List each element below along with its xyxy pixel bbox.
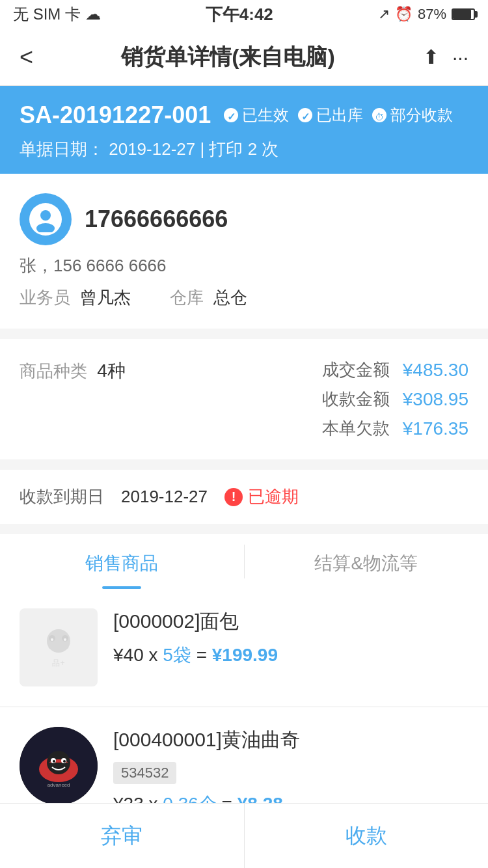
customer-name-detail: 张，156 6666 6666: [20, 254, 468, 277]
status-left: 无 SIM 卡 ☁: [13, 4, 101, 25]
due-amount-row: 本单欠款 ¥176.35: [322, 417, 468, 440]
product-type-stat: 商品种类 4种: [20, 359, 126, 383]
product-info-1: [0000002]面包 ¥40 x 5袋 = ¥199.99: [113, 608, 468, 668]
svg-point-13: [53, 760, 55, 763]
confirm-button[interactable]: 收款: [245, 804, 489, 868]
svg-point-14: [63, 760, 66, 763]
product-total-1: ¥199.99: [212, 645, 278, 665]
svg-point-1: [36, 223, 55, 232]
overdue-badge: ! 已逾期: [224, 485, 299, 508]
tab-settlement[interactable]: 结算&物流等: [245, 534, 489, 589]
amount-stats: 成交金额 ¥485.30 收款金额 ¥308.95 本单欠款 ¥176.35: [322, 359, 468, 440]
avatar-icon: [29, 203, 62, 236]
product-image-2: advanced: [20, 727, 98, 805]
product-thumb-1: 品+: [20, 608, 98, 686]
shipped-icon: [298, 108, 312, 122]
product-unit-price-1: ¥40: [113, 645, 144, 665]
more-icon[interactable]: ···: [452, 46, 468, 68]
received-amount-row: 收款金额 ¥308.95: [322, 388, 468, 411]
cancel-button[interactable]: 弃审: [0, 804, 245, 868]
customer-meta: 业务员 曾凡杰 仓库 总仓: [20, 286, 468, 309]
back-button[interactable]: <: [20, 44, 33, 71]
battery-status: 87%: [418, 6, 446, 23]
overdue-icon: !: [224, 488, 243, 506]
svg-text:advanced: advanced: [47, 782, 70, 788]
svg-point-0: [40, 210, 51, 221]
tab-settlement-label: 结算&物流等: [314, 553, 418, 573]
deal-value: ¥485.30: [403, 360, 468, 381]
type-value: 4种: [97, 360, 126, 381]
tab-products[interactable]: 销售商品: [0, 534, 244, 589]
received-value: ¥308.95: [403, 389, 468, 410]
product-item-1: 品+ [0000002]面包 ¥40 x 5袋 = ¥199.99: [0, 589, 488, 706]
svg-text:品+: 品+: [52, 658, 64, 668]
print-info: | 打印 2 次: [200, 139, 278, 159]
stats-section: 商品种类 4种 成交金额 ¥485.30 收款金额 ¥308.95 本单欠款 ¥…: [0, 339, 488, 459]
product-thumb-2: advanced: [20, 727, 98, 805]
received-label: 收款金额: [322, 388, 390, 411]
tab-products-label: 销售商品: [85, 553, 158, 573]
staff-info: 业务员 曾凡杰: [20, 286, 131, 309]
type-label: 商品种类: [20, 361, 87, 381]
shipped-label: 已出库: [316, 105, 363, 126]
user-icon: [33, 206, 59, 232]
svg-point-6: [64, 638, 66, 641]
status-partial: 部分收款: [372, 105, 453, 126]
alarm-icon: ⏰: [395, 6, 413, 23]
status-time: 下午4:42: [206, 3, 273, 26]
product-name-2: [000400001]黄油曲奇: [113, 727, 468, 753]
due-section: 收款到期日 2019-12-27 ! 已逾期: [0, 470, 488, 524]
product-tag-2: 534532: [113, 762, 176, 784]
svg-point-5: [51, 638, 53, 641]
nav-actions: ⬆ ···: [423, 46, 468, 68]
customer-phone: 17666666666: [85, 206, 228, 233]
share-icon[interactable]: ⬆: [423, 46, 439, 68]
warehouse-label: 仓库: [170, 288, 204, 307]
product-price-1: ¥40 x 5袋 = ¥199.99: [113, 643, 468, 668]
warehouse-info: 仓库 总仓: [170, 286, 247, 309]
deal-amount-row: 成交金额 ¥485.30: [322, 359, 468, 381]
due-date-value: 2019-12-27: [121, 487, 208, 507]
warehouse-value: 总仓: [213, 288, 247, 307]
battery-icon: [452, 8, 475, 20]
product-name-1: [0000002]面包: [113, 608, 468, 635]
effective-icon: [224, 108, 238, 122]
products-section: 品+ [0000002]面包 ¥40 x 5袋 = ¥199.99: [0, 589, 488, 836]
status-right: ↗ ⏰ 87%: [378, 6, 475, 23]
sim-status: 无 SIM 卡 ☁: [13, 4, 101, 25]
deal-label: 成交金额: [322, 359, 390, 381]
product-times-1: x: [149, 645, 163, 665]
staff-label: 业务员: [20, 288, 70, 307]
effective-label: 已生效: [242, 105, 289, 126]
product-eq-1: =: [197, 645, 212, 665]
customer-row: 17666666666: [20, 193, 468, 245]
partial-label: 部分收款: [390, 105, 453, 126]
product-qty-1: 5袋: [163, 645, 191, 665]
location-icon: ↗: [378, 6, 390, 23]
bottom-action-bar: 弃审 收款: [0, 803, 488, 868]
due-date-label: 收款到期日: [20, 485, 104, 508]
status-effective: 已生效: [224, 105, 289, 126]
order-date-row: 单据日期： 2019-12-27 | 打印 2 次: [20, 138, 468, 161]
partial-icon: [372, 108, 386, 122]
page-title: 销货单详情(来自电脑): [121, 42, 335, 72]
status-shipped: 已出库: [298, 105, 363, 126]
product-placeholder-icon: 品+: [33, 621, 85, 673]
order-date: 2019-12-27: [109, 139, 195, 159]
order-id: SA-20191227-001: [20, 102, 211, 129]
customer-section: 17666666666 张，156 6666 6666 业务员 曾凡杰 仓库 总…: [0, 174, 488, 329]
overdue-text: 已逾期: [248, 485, 299, 508]
due-label: 本单欠款: [322, 417, 390, 440]
due-value: ¥176.35: [403, 418, 468, 439]
tabs-section: 销售商品 结算&物流等: [0, 534, 488, 589]
nav-bar: < 销货单详情(来自电脑) ⬆ ···: [0, 29, 488, 86]
date-label: 单据日期：: [20, 139, 104, 159]
avatar: [20, 193, 72, 245]
order-header: SA-20191227-001 已生效 已出库 部分收款 单据日期： 2019-…: [0, 86, 488, 174]
staff-value: 曾凡杰: [80, 288, 131, 307]
status-bar: 无 SIM 卡 ☁ 下午4:42 ↗ ⏰ 87%: [0, 0, 488, 29]
status-tags: 已生效 已出库 部分收款: [224, 105, 453, 126]
